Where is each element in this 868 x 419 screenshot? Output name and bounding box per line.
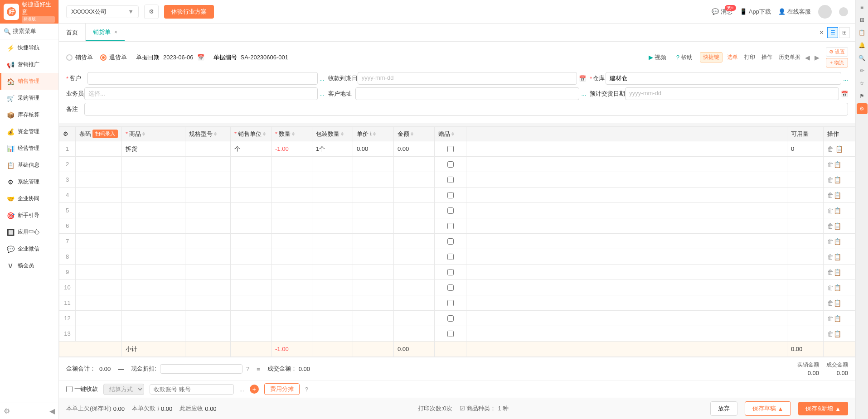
right-panel-btn-3[interactable]: 📋 <box>857 27 868 38</box>
row1-amount[interactable]: 0.00 <box>394 141 435 157</box>
gift-checkbox-13[interactable] <box>447 331 454 337</box>
list-view-button[interactable]: ☰ <box>827 27 838 38</box>
discount-input[interactable] <box>160 364 242 374</box>
expand-icon[interactable] <box>839 7 848 16</box>
delete-row-9[interactable]: 🗑 <box>827 269 834 276</box>
gift-checkbox-9[interactable] <box>447 269 454 275</box>
sidebar-item-purchase[interactable]: 🛒 采购管理 <box>0 90 58 106</box>
customer-input[interactable] <box>87 72 318 85</box>
grid-view-button[interactable]: ⊞ <box>839 27 850 38</box>
expected-date-calendar-icon[interactable]: 📅 <box>841 91 848 97</box>
row1-spec[interactable] <box>185 141 231 157</box>
delete-row-6[interactable]: 🗑 <box>827 222 834 230</box>
gift-checkbox-10[interactable] <box>447 284 454 291</box>
logistics-button[interactable]: + 物流 <box>826 58 848 67</box>
gift-checkbox-6[interactable] <box>447 223 454 229</box>
delete-row-4[interactable]: 🗑 <box>827 192 834 199</box>
right-panel-btn-6[interactable]: ✏ <box>857 65 868 76</box>
warehouse-input[interactable]: 建材仓 <box>606 72 841 85</box>
right-panel-btn-7[interactable]: ☆ <box>857 78 868 89</box>
delete-row-11[interactable]: 🗑 <box>827 299 834 307</box>
avatar[interactable] <box>818 5 832 19</box>
sidebar-item-appstore[interactable]: 🔲 应用中心 <box>0 224 58 241</box>
customer-addr-input[interactable] <box>355 87 580 100</box>
one-click-payment[interactable]: 一键收款 <box>66 385 98 393</box>
delete-row-13[interactable]: 🗑 <box>827 330 834 337</box>
sidebar-item-guide[interactable]: 🎯 新手引导 <box>0 207 58 224</box>
gift-checkbox-1[interactable] <box>447 146 454 152</box>
payment-date-input[interactable]: yyyy-mm-dd <box>358 72 577 85</box>
delete-row-1[interactable]: 🗑 <box>827 145 834 153</box>
right-panel-btn-1[interactable]: ≡ <box>857 2 868 13</box>
right-panel-btn-2[interactable]: ⊞ <box>857 14 868 25</box>
copy-row-9[interactable]: 📋 <box>834 269 841 276</box>
salesperson-ellipsis[interactable]: ... <box>320 91 325 97</box>
payment-account-input[interactable] <box>150 384 234 395</box>
row1-product[interactable]: 拆货 <box>122 141 185 157</box>
settings-button[interactable]: ⚙ <box>144 5 159 19</box>
payment-method-select[interactable]: 结算方式 <box>103 384 144 395</box>
print-button[interactable]: 打印 <box>744 53 755 61</box>
right-panel-btn-5[interactable]: 🔍 <box>857 53 868 63</box>
ops-button[interactable]: 操作 <box>761 53 772 61</box>
copy-row-2[interactable]: 📋 <box>834 161 841 168</box>
copy-row-6[interactable]: 📋 <box>834 222 841 230</box>
gift-checkbox-7[interactable] <box>447 238 454 245</box>
sidebar-item-member[interactable]: V 畅会员 <box>0 257 58 274</box>
warehouse-ellipsis[interactable]: ... <box>843 75 848 82</box>
row1-price[interactable]: 0.00 <box>353 141 394 157</box>
radio-return[interactable]: 退货单 <box>100 53 127 62</box>
right-panel-btn-9[interactable]: ⚙ <box>857 103 868 114</box>
prev-arrow[interactable]: ◀ <box>805 54 810 61</box>
sidebar-item-marketing[interactable]: 📢 营销推广 <box>0 56 58 73</box>
tab-sales-order[interactable]: 销货单 × <box>86 24 125 41</box>
delete-row-5[interactable]: 🗑 <box>827 207 834 214</box>
copy-row-4[interactable]: 📋 <box>834 192 841 199</box>
copy-row-8[interactable]: 📋 <box>834 253 841 260</box>
customer-ellipsis[interactable]: ... <box>320 75 325 82</box>
barcode-scan-button[interactable]: 扫码录入 <box>92 130 118 138</box>
close-all-button[interactable]: × <box>820 29 824 37</box>
help-button[interactable]: ? 帮助 <box>674 52 695 63</box>
copy-row-1[interactable]: 📋 <box>835 145 843 153</box>
right-panel-btn-4[interactable]: 🔔 <box>857 40 868 51</box>
sidebar-item-collab[interactable]: 🤝 企业协同 <box>0 190 58 207</box>
message-button[interactable]: 💬 消息 99+ <box>712 8 732 16</box>
sidebar-item-inventory[interactable]: 📦 库存核算 <box>0 106 58 123</box>
add-button[interactable]: + <box>250 385 259 394</box>
gift-checkbox-8[interactable] <box>447 254 454 260</box>
sidebar-item-weixin[interactable]: 💬 企业微信 <box>0 241 58 257</box>
gift-checkbox-2[interactable] <box>447 161 454 168</box>
copy-row-11[interactable]: 📋 <box>834 299 841 307</box>
next-arrow[interactable]: ▶ <box>815 54 820 61</box>
sidebar-item-basic[interactable]: 📋 基础信息 <box>0 157 58 173</box>
gift-checkbox-3[interactable] <box>447 177 454 183</box>
online-service-button[interactable]: 👤 在线客服 <box>778 8 811 16</box>
copy-row-5[interactable]: 📋 <box>834 207 841 214</box>
draft-chevron-icon[interactable]: ▲ <box>778 405 784 412</box>
select-button[interactable]: 选单 <box>727 53 738 61</box>
delete-row-7[interactable]: 🗑 <box>827 238 834 245</box>
payment-question-icon[interactable]: ? <box>305 386 308 393</box>
expense-button[interactable]: 费用分摊 <box>264 383 300 395</box>
delete-row-8[interactable]: 🗑 <box>827 253 834 260</box>
row1-unit[interactable]: 个 <box>231 141 272 157</box>
shortcut-button[interactable]: 快捷键 <box>700 52 723 63</box>
copy-row-10[interactable]: 📋 <box>834 284 841 291</box>
amount-dots[interactable]: ... <box>239 386 244 393</box>
video-button[interactable]: ▶ 视频 <box>646 52 669 63</box>
sidebar-item-sales[interactable]: 🏠 销售管理 <box>0 73 58 90</box>
collapse-icon[interactable]: ◀ <box>49 407 55 415</box>
discard-button[interactable]: 放弃 <box>710 401 737 416</box>
row1-qty[interactable]: -1.00 <box>272 141 312 157</box>
delete-row-12[interactable]: 🗑 <box>827 315 834 322</box>
experience-button[interactable]: 体验行业方案 <box>164 5 214 19</box>
gift-checkbox-5[interactable] <box>447 207 454 214</box>
sidebar-item-finance[interactable]: 💰 资金管理 <box>0 123 58 140</box>
radio-sale[interactable]: 销货单 <box>66 53 93 62</box>
calendar-icon[interactable]: 📅 <box>197 54 204 61</box>
sidebar-search[interactable]: 🔍 搜索菜单 <box>0 24 58 39</box>
row1-barcode[interactable] <box>76 141 122 157</box>
salesperson-input[interactable]: 选择... <box>84 87 318 100</box>
save-new-button[interactable]: 保存&新增 ▲ <box>798 402 848 415</box>
